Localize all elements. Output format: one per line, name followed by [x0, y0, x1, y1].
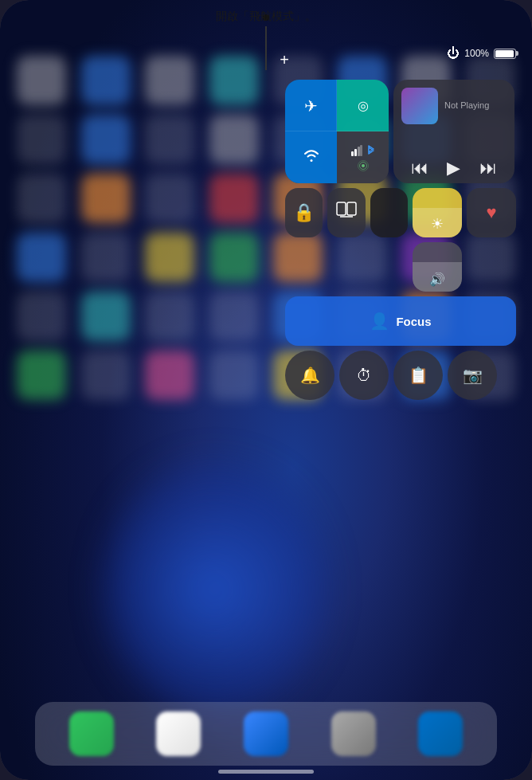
dock-settings[interactable] [331, 711, 376, 756]
annotation-text: 開啟「飛航模式」。 [216, 10, 316, 24]
cc-row-3: 👤 Focus [285, 296, 516, 346]
cc-row-1: ✈ ◎ [285, 80, 516, 183]
spacer [467, 242, 516, 292]
camera-icon: 📷 [463, 366, 483, 385]
album-art [401, 88, 438, 124]
airdrop-icon: ◎ [358, 98, 369, 113]
svg-rect-8 [347, 202, 356, 215]
control-center: ✈ ◎ [285, 80, 516, 400]
svg-rect-3 [360, 145, 362, 156]
now-playing-label: Not Playing [444, 100, 507, 110]
network-extra-cell[interactable] [337, 131, 389, 183]
wifi-button[interactable] [285, 131, 337, 183]
screen-mirror-button[interactable] [327, 188, 365, 237]
mirror-icon [336, 202, 357, 224]
dock [35, 702, 497, 766]
focus-label: Focus [396, 315, 431, 328]
play-pause-button[interactable]: ▶ [447, 158, 460, 178]
airplane-mode-button[interactable]: ✈ [285, 80, 337, 131]
timer-button[interactable]: ⏱ [339, 351, 389, 400]
brightness-button[interactable]: ☀ [413, 188, 462, 237]
airplane-icon: ✈ [304, 96, 318, 116]
screen-lock-button[interactable]: 🔒 [285, 188, 323, 237]
heart-button[interactable]: ♥ [467, 188, 516, 237]
notes-button[interactable]: 📋 [393, 351, 443, 400]
focus-button[interactable]: 👤 Focus [285, 296, 516, 346]
cc-row-4: 🔔 ⏱ 📋 📷 [285, 351, 516, 400]
dock-calendar[interactable] [156, 711, 201, 756]
bluetooth-icon [367, 144, 375, 157]
focus-person-icon: 👤 [370, 312, 389, 331]
media-controls: ⏮ ▶ ⏭ [401, 158, 507, 178]
ipad-frame: 開啟「飛航模式」。 ⏻ 100% + ✈ [0, 0, 532, 780]
lock-icon: 🔒 [293, 202, 315, 223]
wifi-icon [303, 148, 320, 167]
silent-button[interactable]: 🔔 [285, 351, 334, 400]
svg-rect-7 [337, 202, 346, 215]
svg-point-4 [362, 164, 365, 167]
brightness-icon: ☀ [431, 215, 444, 233]
silent-icon: 🔔 [300, 366, 320, 385]
now-playing-tile[interactable]: Not Playing ⏮ ▶ ⏭ [393, 80, 514, 183]
next-button[interactable]: ⏭ [479, 158, 497, 178]
heart-icon: ♥ [486, 202, 496, 223]
right-col: ☀ 🔊 [413, 188, 462, 292]
airdrop-button[interactable]: ◎ [337, 80, 389, 131]
cc-row-2: 🔒 ☀ [285, 188, 516, 292]
dark-mode-button[interactable] [370, 188, 408, 237]
dock-appstore[interactable] [418, 711, 463, 756]
dock-messages[interactable] [69, 711, 114, 756]
volume-button[interactable]: 🔊 [413, 242, 462, 292]
svg-rect-1 [354, 149, 357, 156]
power-icon: ⏻ [447, 46, 460, 61]
now-playing-info: Not Playing [444, 100, 507, 112]
battery-icon [494, 49, 516, 59]
svg-rect-2 [358, 147, 360, 156]
dock-safari[interactable] [244, 711, 288, 756]
annotation-arrow [265, 26, 267, 70]
volume-icon: 🔊 [429, 272, 445, 287]
prev-button[interactable]: ⏮ [411, 158, 428, 178]
timer-icon: ⏱ [356, 366, 372, 385]
status-bar: ⏻ 100% [285, 46, 516, 61]
network-block: ✈ ◎ [285, 80, 389, 183]
annotation-container: 開啟「飛航模式」。 [216, 10, 316, 70]
heart-col: ♥ [467, 188, 516, 292]
home-indicator[interactable] [218, 770, 314, 774]
camera-button[interactable]: 📷 [448, 351, 497, 400]
notes-icon: 📋 [409, 366, 428, 385]
hotspot-icon [358, 160, 369, 171]
svg-rect-0 [351, 151, 354, 156]
battery-percent: 100% [464, 48, 489, 59]
now-playing-header: Not Playing [401, 88, 507, 124]
cellular-icon [351, 145, 362, 156]
